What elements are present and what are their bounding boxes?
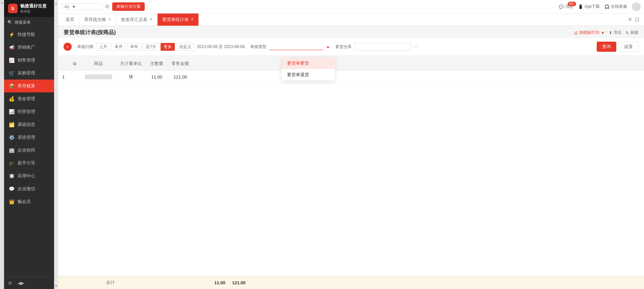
print-btn[interactable]: 🖨 按模板打印 ▼ bbox=[574, 30, 605, 36]
sidebar-item-member[interactable]: 👑 畅会员 bbox=[4, 195, 54, 208]
tab-summary-label: 收发存汇总表 bbox=[121, 17, 147, 23]
warehouse-more-btn[interactable]: ··· bbox=[414, 44, 418, 50]
summary-label: 合计 bbox=[106, 280, 126, 286]
topbar-settings-icon[interactable]: ⚙ bbox=[105, 3, 110, 10]
tab-order-stat[interactable]: 要货单统计表 ✕ bbox=[158, 14, 199, 26]
sales-icon: 📈 bbox=[8, 58, 15, 63]
tab-summary-close[interactable]: ✕ bbox=[149, 18, 152, 21]
sidebar-item-operations[interactable]: 📊 经营管理 bbox=[4, 105, 54, 118]
dropdown-item-label: 要货单退货 bbox=[287, 72, 309, 77]
message-btn[interactable]: 💬 消息 99+ bbox=[559, 4, 573, 9]
sidebar-item-label: 资金管理 bbox=[18, 96, 35, 102]
print-label: 按模板打印 bbox=[579, 30, 599, 36]
expand-tabs-icon[interactable]: ⊡ bbox=[635, 16, 639, 23]
sidebar-scroll-top[interactable]: ▲ bbox=[0, 0, 4, 289]
tab-home[interactable]: 首页 bbox=[61, 14, 79, 26]
table-body: 1 块 11.00 121. bbox=[58, 70, 644, 84]
search-label: 搜索菜单 bbox=[15, 20, 31, 25]
tabbar: 首页 库存批次账 ✕ 收发存汇总表 ✕ 要货单统计表 ✕ ✕ ⊡ bbox=[58, 14, 644, 26]
tab-order-stat-close[interactable]: ✕ bbox=[191, 18, 194, 21]
date-label: 单据日期 bbox=[77, 44, 93, 50]
date-7days-btn[interactable]: 近7天 bbox=[143, 43, 159, 51]
user-avatar[interactable] bbox=[632, 2, 641, 11]
member-icon: 👑 bbox=[8, 199, 15, 204]
app-download-btn[interactable]: 📱 App下载 bbox=[578, 4, 600, 9]
dropdown-item-requisition[interactable]: 要货单要货 bbox=[282, 58, 335, 69]
sidebar-item-enterprise[interactable]: 🏢 企业协同 bbox=[4, 144, 54, 157]
company-selector[interactable]: 41 ▼ bbox=[62, 3, 102, 10]
sidebar-item-inventory[interactable]: 📦 库存核算 bbox=[4, 80, 54, 92]
expand-arrows-icon: » bbox=[67, 44, 69, 49]
dropdown-item-label: 要货单要货 bbox=[287, 61, 309, 66]
sidebar-item-system[interactable]: ⚙️ 系统管理 bbox=[4, 131, 54, 144]
export-btn[interactable]: ⬆ 导出 bbox=[609, 30, 622, 36]
print-icon: 🖨 bbox=[574, 30, 578, 35]
type-input[interactable] bbox=[269, 44, 323, 50]
enterprise-icon: 🏢 bbox=[8, 148, 15, 153]
col-seq-header bbox=[58, 57, 69, 70]
page-header: 要货单统计表(按商品) 🖨 按模板打印 ▼ ⬆ 导出 ↻ 刷新 bbox=[58, 26, 644, 38]
inventory-icon: 📦 bbox=[8, 83, 15, 89]
date-prev-month-btn[interactable]: 上月 bbox=[96, 43, 110, 51]
seq-value: 1 bbox=[62, 74, 65, 80]
table-wrapper: ⚙ 商品 主计量单位 主数量 零售金额 bbox=[58, 57, 644, 276]
sidebar-item-sales[interactable]: 📈 销售管理 bbox=[4, 54, 54, 67]
refresh-btn[interactable]: ↻ 刷新 bbox=[626, 30, 639, 36]
date-custom-btn[interactable]: 自定义 bbox=[176, 43, 194, 51]
col-extra-header bbox=[193, 57, 644, 70]
sidebar-item-label: 采购管理 bbox=[18, 70, 35, 76]
cell-quantity: 11.00 bbox=[146, 70, 167, 84]
cell-unit: 块 bbox=[116, 70, 146, 84]
sidebar-scrollbar: ▲ ▼ bbox=[54, 0, 58, 289]
tab-batch[interactable]: 库存批次账 ✕ bbox=[79, 14, 116, 26]
cell-seq: 1 bbox=[58, 70, 69, 84]
marketing-icon: 📢 bbox=[8, 45, 15, 50]
app-download-label: App下载 bbox=[585, 4, 600, 9]
sidebar-item-purchase[interactable]: 🛒 采购管理 bbox=[4, 67, 54, 80]
date-more-btn[interactable]: 更多 bbox=[161, 43, 175, 51]
sidebar-item-guide[interactable]: 🎓 新手引导 bbox=[4, 157, 54, 170]
filter-date-btns: 上月 本月 本年 近7天 更多 自定义 bbox=[96, 43, 194, 51]
settings-icon[interactable]: ⚙ bbox=[8, 281, 12, 286]
headset-icon: 🎧 bbox=[604, 4, 610, 9]
settings-btn[interactable]: 设置 bbox=[618, 42, 639, 52]
purchase-icon: 🛒 bbox=[8, 70, 15, 76]
sidebar-item-appstore[interactable]: 🔲 应用中心 bbox=[4, 170, 54, 182]
col-amount-header: 零售金额 bbox=[167, 57, 193, 70]
trial-btn[interactable]: 体验行业方案 bbox=[112, 2, 145, 11]
dropdown-item-return[interactable]: 要货单退货 bbox=[282, 69, 335, 81]
date-cur-month-btn[interactable]: 本月 bbox=[112, 43, 126, 51]
warehouse-input[interactable] bbox=[354, 43, 411, 50]
online-service-label: 在线客服 bbox=[611, 4, 627, 9]
close-all-icon[interactable]: ✕ bbox=[628, 16, 632, 23]
tab-summary[interactable]: 收发存汇总表 ✕ bbox=[116, 14, 158, 26]
date-range-display: 2023-05-06 至 2023-06-06 bbox=[197, 44, 245, 50]
table-settings-icon[interactable]: ⚙ bbox=[73, 61, 77, 66]
type-dropdown: 要货单要货 要货单退货 bbox=[281, 57, 335, 81]
sidebar-item-finance[interactable]: 💰 资金管理 bbox=[4, 92, 54, 105]
system-icon: ⚙️ bbox=[8, 135, 15, 140]
collapse-icon[interactable]: ◀▶ bbox=[18, 281, 24, 286]
sidebar-item-label: 新手引导 bbox=[18, 160, 35, 166]
sidebar-item-quicknav[interactable]: ⚡ 快捷导航 bbox=[4, 28, 54, 41]
type-dropdown-arrow[interactable]: ▲ bbox=[326, 44, 330, 49]
tab-batch-label: 库存批次账 bbox=[84, 17, 106, 23]
filter-action-btns: 查询 设置 bbox=[597, 42, 639, 52]
sidebar-item-wechat[interactable]: 💬 企业微信 bbox=[4, 182, 54, 195]
message-badge: 99+ bbox=[568, 2, 576, 6]
filter-expand-btn[interactable]: » bbox=[64, 43, 72, 51]
scroll-indicator-top: ▲ bbox=[54, 1, 58, 5]
date-cur-year-btn[interactable]: 本年 bbox=[127, 43, 141, 51]
page-title: 要货单统计表(按商品) bbox=[64, 29, 116, 36]
phone-icon: 📱 bbox=[578, 4, 583, 9]
tab-home-label: 首页 bbox=[66, 17, 74, 23]
sidebar-item-basics[interactable]: 🗂️ 基础信息 bbox=[4, 118, 54, 131]
filter-bar: » 单据日期 上月 本月 本年 近7天 更多 自定义 2023-05-06 至 … bbox=[58, 38, 644, 55]
sidebar-item-marketing[interactable]: 📢 营销推广 bbox=[4, 41, 54, 54]
query-btn[interactable]: 查询 bbox=[597, 42, 616, 52]
online-service-btn[interactable]: 🎧 在线客服 bbox=[604, 4, 627, 9]
col-goods-header: 商品 bbox=[81, 57, 116, 70]
tab-batch-close[interactable]: ✕ bbox=[108, 18, 111, 21]
sidebar-search[interactable]: 🔍 搜索菜单 bbox=[4, 17, 54, 28]
col-unit-label: 主计量单位 bbox=[120, 61, 142, 66]
